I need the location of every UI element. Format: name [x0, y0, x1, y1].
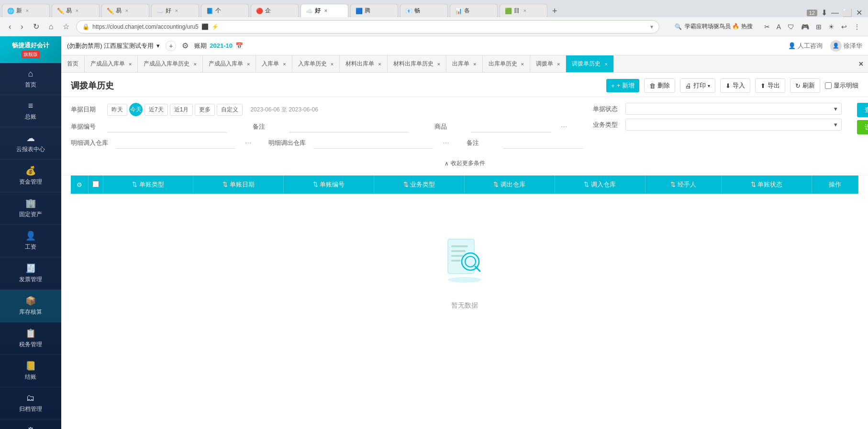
col-status[interactable]: ⇅ 单账状态 — [722, 176, 812, 194]
filter-settings-button[interactable]: 设置 — [857, 120, 868, 134]
page-tab-6-close[interactable]: × — [378, 61, 381, 67]
tab7-close[interactable]: × — [324, 8, 327, 13]
tab2-close[interactable]: × — [76, 8, 78, 13]
goods-more-icon[interactable]: ··· — [559, 122, 569, 131]
menu-icon[interactable]: ⋮ — [852, 21, 862, 33]
sidebar-item-home[interactable]: ⌂ 首页 — [0, 63, 61, 95]
sidebar-item-invoice[interactable]: 🧾 发票管理 — [0, 257, 61, 290]
undo-icon[interactable]: ↩ — [839, 21, 849, 33]
col-out-warehouse[interactable]: ⇅ 调出仓库 — [464, 176, 555, 194]
browser-tab-7[interactable]: ☁️ 好 × — [300, 4, 348, 17]
col-type[interactable]: ⇅ 单账类型 — [103, 176, 193, 194]
page-tab-11[interactable]: 调拨单历史 × — [566, 55, 613, 73]
service-button[interactable]: 👤 人工咨询 — [788, 42, 823, 50]
home-button[interactable]: ⌂ — [46, 21, 56, 33]
page-tab-9-close[interactable]: × — [521, 61, 524, 67]
page-tab-11-close[interactable]: × — [604, 61, 607, 67]
tab11-close[interactable]: × — [523, 8, 526, 13]
page-tab-8[interactable]: 出库单 × — [446, 55, 482, 73]
detail-in-more-icon[interactable]: ··· — [243, 139, 253, 147]
yesterday-btn[interactable]: 昨天 — [107, 104, 127, 116]
status-select[interactable]: ▾ — [625, 103, 842, 115]
browser-tab-9[interactable]: 📧 畅 — [400, 4, 448, 17]
minimize-icon[interactable]: — — [831, 9, 839, 17]
export-button[interactable]: ⬆ 导出 — [755, 78, 785, 93]
theme-icon[interactable]: ☀ — [826, 21, 836, 33]
page-tab-8-close[interactable]: × — [473, 61, 476, 67]
close-all-tabs[interactable]: × — [854, 60, 868, 68]
company-selector[interactable]: (勿删勿禁用) 江西服宝测试专用 ▾ — [67, 42, 160, 50]
forward-button[interactable]: › — [18, 21, 26, 33]
sidebar-item-settings[interactable]: ⚙ 基础设置 — [0, 419, 61, 429]
cut-icon[interactable]: ✂ — [762, 21, 772, 33]
add-company-button[interactable]: + — [166, 41, 176, 51]
week-btn[interactable]: 近7天 — [145, 104, 168, 116]
page-tab-5-close[interactable]: × — [331, 61, 334, 67]
page-tab-6[interactable]: 材料出库单 × — [340, 55, 387, 73]
sidebar-item-assets[interactable]: 🏢 固定资产 — [0, 192, 61, 225]
detail-out-more-icon[interactable]: ··· — [441, 139, 451, 147]
remark-input[interactable] — [289, 121, 409, 132]
col-biztype[interactable]: ⇅ 业务类型 — [374, 176, 465, 194]
page-tab-3-close[interactable]: × — [247, 61, 250, 67]
page-tab-7-close[interactable]: × — [437, 61, 440, 67]
sidebar-item-cash[interactable]: 💰 资金管理 — [0, 160, 61, 192]
tab1-close[interactable]: × — [26, 8, 29, 13]
url-bar[interactable]: 🔒 https://cloud.chanjet.com/accounting/u… — [76, 20, 659, 33]
browser-tab-10[interactable]: 📊 各 — [450, 4, 498, 17]
browser-tab-5[interactable]: 📘 个 — [201, 4, 249, 17]
page-tab-1-close[interactable]: × — [129, 61, 132, 67]
page-tab-2-close[interactable]: × — [193, 61, 196, 67]
col-num[interactable]: ⇅ 单账编号 — [284, 176, 374, 194]
import-button[interactable]: ⬇ 导入 — [720, 78, 750, 93]
page-tab-3[interactable]: 产成品入库单 × — [203, 55, 256, 73]
today-btn[interactable]: 今天 — [129, 103, 143, 116]
browser-tab-1[interactable]: 🌐 新 × — [2, 4, 50, 17]
month-btn[interactable]: 近1月 — [170, 104, 193, 116]
col-handler[interactable]: ⇅ 经手人 — [645, 176, 721, 194]
custom-btn[interactable]: 自定义 — [217, 104, 243, 116]
browser-tab-6[interactable]: 🔴 企 — [251, 4, 299, 17]
sidebar-item-wages[interactable]: 👤 工资 — [0, 225, 61, 257]
new-tab-button[interactable]: + — [549, 6, 560, 16]
browser-tab-4[interactable]: ☁️ 好 × — [151, 4, 199, 17]
browser-tab-8[interactable]: 🟦 腾 — [350, 4, 398, 17]
show-detail-input[interactable] — [825, 82, 832, 89]
show-detail-checkbox[interactable]: 显示明细 — [825, 81, 858, 90]
extension2-icon[interactable]: 🎮 — [799, 21, 811, 33]
remark2-input[interactable] — [503, 137, 583, 149]
tab4-close[interactable]: × — [175, 8, 178, 13]
print-button[interactable]: 🖨 打印 ▾ — [680, 78, 715, 93]
sidebar-item-tax[interactable]: 📋 税务管理 — [0, 322, 61, 355]
query-button[interactable]: 查询 — [857, 103, 868, 117]
browser-tab-2[interactable]: ✏️ 易 × — [52, 4, 100, 17]
reload-button[interactable]: ↻ — [30, 20, 42, 33]
settings-company-button[interactable]: ⚙ — [182, 41, 189, 50]
more-btn[interactable]: 更多 — [195, 104, 215, 116]
docnum-input[interactable] — [107, 121, 227, 132]
page-tab-1[interactable]: 产成品入库单 × — [85, 55, 138, 73]
add-button[interactable]: + + 新增 — [606, 79, 639, 92]
extension1-icon[interactable]: 🛡 — [786, 21, 796, 33]
sidebar-item-inventory[interactable]: 📦 库存核算 — [0, 290, 61, 322]
user-menu[interactable]: 👤 徐泽华 — [830, 40, 862, 52]
page-tab-10-close[interactable]: × — [557, 61, 560, 67]
col-in-warehouse[interactable]: ⇅ 调入仓库 — [555, 176, 645, 194]
close-icon[interactable]: ✕ — [856, 8, 862, 17]
goods-input[interactable] — [471, 121, 551, 132]
bookmark-button[interactable]: ☆ — [60, 20, 72, 33]
detail-in-input[interactable] — [116, 137, 235, 149]
dropdown-icon[interactable]: ▾ — [650, 23, 653, 30]
browser-tab-3[interactable]: ✏️ 易 × — [101, 4, 149, 17]
checkbox-header[interactable] — [88, 176, 103, 194]
tab3-close[interactable]: × — [125, 8, 128, 13]
sidebar-item-ledger[interactable]: ≡ 总账 — [0, 95, 61, 127]
page-tab-4-close[interactable]: × — [283, 61, 286, 67]
page-tab-2[interactable]: 产成品入库单历史 × — [138, 55, 202, 73]
browser-tab-11[interactable]: 🟩 目 × — [500, 4, 547, 17]
maximize-icon[interactable]: ⬜ — [843, 8, 852, 17]
calendar-icon[interactable]: 📅 — [235, 42, 243, 49]
sidebar-item-archive[interactable]: 🗂 归档管理 — [0, 387, 61, 419]
select-all-checkbox[interactable] — [92, 181, 99, 187]
page-tab-7[interactable]: 材料出库单历史 × — [388, 55, 446, 73]
